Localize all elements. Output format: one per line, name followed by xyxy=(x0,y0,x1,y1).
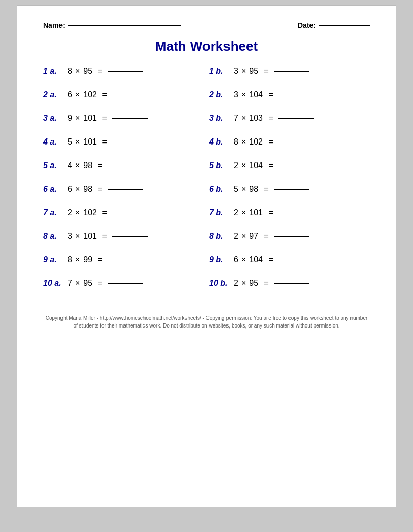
problem-num2: 104 xyxy=(249,255,263,264)
problem-item: 8 b. 2 × 97 = xyxy=(209,232,370,241)
equals-sign: = xyxy=(100,232,107,241)
answer-line[interactable] xyxy=(274,71,309,72)
problem-num2: 101 xyxy=(83,137,97,147)
name-field: Name: xyxy=(43,21,181,29)
problem-num2: 98 xyxy=(83,161,92,170)
problem-label: 9 b. xyxy=(209,255,234,264)
problem-num1: 5 xyxy=(68,137,72,147)
equals-sign: = xyxy=(261,185,269,194)
problem-label: 6 a. xyxy=(43,185,68,194)
problem-op: × xyxy=(241,279,246,288)
worksheet-title: Math Worksheet xyxy=(43,38,370,54)
problem-equation: 6 × 98 = xyxy=(68,185,143,194)
equals-sign: = xyxy=(261,232,269,241)
problem-label: 5 a. xyxy=(43,161,68,170)
problem-op: × xyxy=(241,67,246,76)
problem-item: 9 a. 8 × 99 = xyxy=(43,255,204,264)
problem-num2: 95 xyxy=(249,67,258,76)
problem-num2: 102 xyxy=(249,137,263,147)
problem-op: × xyxy=(75,279,80,288)
problem-op: × xyxy=(241,161,246,170)
equals-sign: = xyxy=(266,255,273,264)
header: Name: Date: xyxy=(43,21,370,29)
problem-item: 2 b. 3 × 104 = xyxy=(209,90,370,99)
problem-equation: 3 × 95 = xyxy=(234,67,309,76)
answer-line[interactable] xyxy=(274,189,309,190)
equals-sign: = xyxy=(100,137,107,147)
answer-line[interactable] xyxy=(108,260,143,260)
problems-grid: 1 a. 8 × 95 = 1 b. 3 × 95 = 2 a. 6 × 102… xyxy=(43,67,370,288)
problem-label: 7 b. xyxy=(209,208,234,217)
problem-equation: 5 × 101 = xyxy=(68,137,148,147)
problem-equation: 7 × 103 = xyxy=(234,114,314,123)
answer-line[interactable] xyxy=(274,236,309,237)
problem-num2: 98 xyxy=(83,185,92,194)
equals-sign: = xyxy=(95,255,102,264)
problem-num1: 2 xyxy=(234,208,238,217)
problem-op: × xyxy=(75,161,80,170)
problem-num2: 103 xyxy=(249,114,263,123)
problem-equation: 8 × 95 = xyxy=(68,67,143,76)
answer-line[interactable] xyxy=(108,283,143,284)
problem-num1: 6 xyxy=(68,185,72,194)
problem-num2: 101 xyxy=(249,208,263,217)
problem-num1: 3 xyxy=(234,67,238,76)
answer-line[interactable] xyxy=(278,213,314,213)
date-label: Date: xyxy=(298,21,316,29)
problem-equation: 5 × 98 = xyxy=(234,185,309,194)
answer-line[interactable] xyxy=(274,283,309,284)
problem-num1: 2 xyxy=(234,232,238,241)
problem-label: 1 b. xyxy=(209,67,234,76)
problem-equation: 6 × 104 = xyxy=(234,255,314,264)
problem-num1: 6 xyxy=(68,90,72,99)
answer-line[interactable] xyxy=(278,260,314,260)
answer-line[interactable] xyxy=(112,118,148,119)
answer-line[interactable] xyxy=(278,142,314,142)
problem-equation: 9 × 101 = xyxy=(68,114,148,123)
problem-item: 7 a. 2 × 102 = xyxy=(43,208,204,217)
equals-sign: = xyxy=(100,208,107,217)
answer-line[interactable] xyxy=(112,236,148,237)
answer-line[interactable] xyxy=(278,118,314,119)
problem-num1: 4 xyxy=(68,161,72,170)
answer-line[interactable] xyxy=(108,166,143,166)
problem-label: 5 b. xyxy=(209,161,234,170)
problem-num1: 6 xyxy=(234,255,238,264)
problem-op: × xyxy=(75,208,80,217)
answer-line[interactable] xyxy=(112,213,148,213)
problem-op: × xyxy=(241,208,246,217)
problem-num2: 99 xyxy=(83,255,92,264)
answer-line[interactable] xyxy=(112,142,148,142)
problem-num2: 104 xyxy=(249,161,263,170)
answer-line[interactable] xyxy=(278,95,314,95)
answer-line[interactable] xyxy=(278,166,314,166)
equals-sign: = xyxy=(266,137,273,147)
equals-sign: = xyxy=(95,161,102,170)
problem-num2: 102 xyxy=(83,208,97,217)
problem-item: 6 b. 5 × 98 = xyxy=(209,185,370,194)
problem-op: × xyxy=(75,232,80,241)
problem-label: 2 a. xyxy=(43,90,68,99)
problem-num2: 95 xyxy=(83,67,92,76)
answer-line[interactable] xyxy=(112,95,148,95)
problem-equation: 8 × 102 = xyxy=(234,137,314,147)
problem-op: × xyxy=(241,255,246,264)
problem-num1: 2 xyxy=(234,161,238,170)
problem-label: 6 b. xyxy=(209,185,234,194)
problem-num2: 101 xyxy=(83,232,97,241)
date-field: Date: xyxy=(298,21,370,29)
problem-label: 8 a. xyxy=(43,232,68,241)
problem-label: 8 b. xyxy=(209,232,234,241)
worksheet-page: Name: Date: Math Worksheet 1 a. 8 × 95 =… xyxy=(17,5,396,507)
problem-item: 1 b. 3 × 95 = xyxy=(209,67,370,76)
date-input-line xyxy=(319,25,370,26)
problem-item: 8 a. 3 × 101 = xyxy=(43,232,204,241)
problem-item: 2 a. 6 × 102 = xyxy=(43,90,204,99)
problem-item: 9 b. 6 × 104 = xyxy=(209,255,370,264)
answer-line[interactable] xyxy=(108,71,143,72)
answer-line[interactable] xyxy=(108,189,143,190)
problem-label: 3 b. xyxy=(209,114,234,123)
equals-sign: = xyxy=(95,185,102,194)
problem-op: × xyxy=(241,232,246,241)
problem-num2: 97 xyxy=(249,232,258,241)
